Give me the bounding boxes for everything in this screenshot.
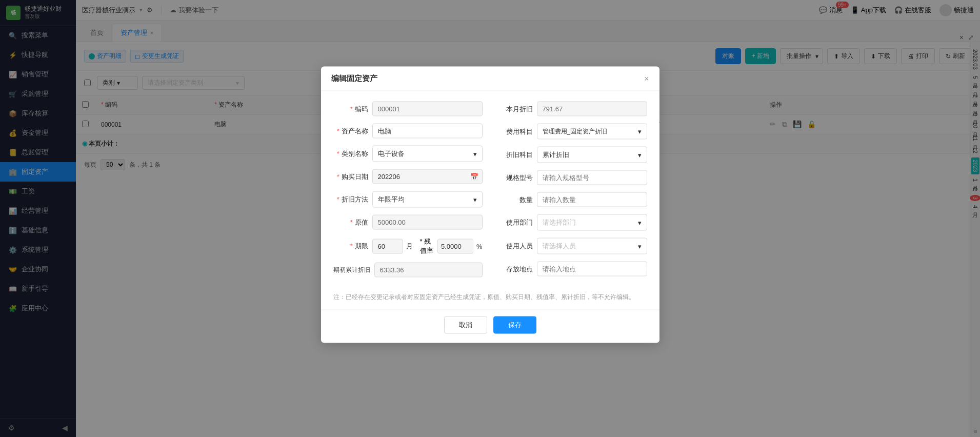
form-row-period: * 期限 月 * 残值率 % xyxy=(333,237,483,255)
chevron-down-icon: ▾ xyxy=(638,128,642,135)
asset-name-input[interactable] xyxy=(372,124,483,138)
chevron-down-icon: ▾ xyxy=(638,151,642,158)
form-row-category: * 类别名称 电子设备 ▾ xyxy=(333,146,483,162)
quantity-label: 数量 xyxy=(498,195,533,204)
form-row-person: 使用人员 请选择人员 ▾ xyxy=(498,238,647,254)
form-row-quantity: 数量 xyxy=(498,192,647,207)
category-label: * 类别名称 xyxy=(333,149,368,158)
expense-subject-label: 费用科目 xyxy=(498,127,533,136)
form-col-right: 本月折旧 费用科目 管理费用_固定资产折旧 ▾ 折旧科目 累计折旧 ▾ xyxy=(498,102,647,277)
form-row-code: * 编码 xyxy=(333,102,483,116)
form-row-dept: 使用部门 请选择部门 ▾ xyxy=(498,214,647,231)
original-value-label: * 原值 xyxy=(333,217,368,227)
cancel-button[interactable]: 取消 xyxy=(444,316,487,334)
chevron-down-icon: ▾ xyxy=(473,195,477,203)
dialog-form: * 编码 * 资产名称 * 类别名称 电子设备 ▾ * 购买日期 xyxy=(333,102,647,277)
form-row-spec: 规格型号 xyxy=(498,170,647,185)
residual-rate-input[interactable] xyxy=(437,239,473,253)
opening-dep-label: 期初累计折旧 xyxy=(333,266,370,274)
dep-method-label: * 折旧方法 xyxy=(333,195,368,204)
chevron-down-icon: ▾ xyxy=(638,218,642,226)
dep-subject-label: 折旧科目 xyxy=(498,150,533,160)
form-row-monthly-dep: 本月折旧 xyxy=(498,102,647,116)
form-row-original-value: * 原值 xyxy=(333,215,483,230)
period-input[interactable] xyxy=(372,239,403,253)
person-label: 使用人员 xyxy=(498,242,533,251)
form-row-asset-name: * 资产名称 xyxy=(333,124,483,138)
code-input[interactable] xyxy=(372,102,483,116)
form-col-left: * 编码 * 资产名称 * 类别名称 电子设备 ▾ * 购买日期 xyxy=(333,102,483,277)
person-select[interactable]: 请选择人员 ▾ xyxy=(537,238,647,254)
monthly-dep-input[interactable] xyxy=(537,102,647,116)
form-row-dep-method: * 折旧方法 年限平均 ▾ xyxy=(333,191,483,208)
dialog-close-btn[interactable]: × xyxy=(644,74,649,83)
form-row-expense-subject: 费用科目 管理费用_固定资产折旧 ▾ xyxy=(498,124,647,140)
chevron-down-icon: ▾ xyxy=(638,242,642,250)
residual-rate-req-label: * 残值率 xyxy=(420,237,434,255)
dialog-footer: 取消 保存 xyxy=(321,310,659,343)
expense-subject-select[interactable]: 管理费用_固定资产折旧 ▾ xyxy=(537,124,647,140)
form-row-dep-subject: 折旧科目 累计折旧 ▾ xyxy=(498,147,647,163)
purchase-date-label: * 购买日期 xyxy=(333,172,368,181)
spec-input[interactable] xyxy=(537,170,647,185)
period-group: 月 * 残值率 % xyxy=(372,237,483,255)
quantity-input[interactable] xyxy=(537,192,647,207)
form-row-location: 存放地点 xyxy=(498,262,647,276)
dept-label: 使用部门 xyxy=(498,218,533,227)
chevron-down-icon: ▾ xyxy=(473,150,477,157)
spec-label: 规格型号 xyxy=(498,173,533,182)
dept-select[interactable]: 请选择部门 ▾ xyxy=(537,214,647,231)
monthly-dep-label: 本月折旧 xyxy=(498,104,533,113)
dialog-title: 编辑固定资产 xyxy=(331,74,377,84)
period-unit-label: 月 xyxy=(406,242,413,251)
dep-subject-select[interactable]: 累计折旧 ▾ xyxy=(537,147,647,163)
location-label: 存放地点 xyxy=(498,264,533,273)
calendar-icon[interactable]: 📅 xyxy=(470,173,478,181)
form-row-purchase-date: * 购买日期 📅 xyxy=(333,169,483,184)
original-value-input[interactable] xyxy=(372,215,483,230)
opening-dep-input[interactable] xyxy=(374,263,483,277)
category-select[interactable]: 电子设备 ▾ xyxy=(372,146,483,162)
purchase-date-input[interactable] xyxy=(372,169,483,184)
dialog-note: 注：已经存在变更记录或者对应固定资产已经生成凭证，原值、购买日期、残值率、累计折… xyxy=(321,288,659,310)
code-label: * 编码 xyxy=(333,104,368,113)
form-row-opening-dep: 期初累计折旧 xyxy=(333,263,483,277)
pct-label: % xyxy=(476,242,483,250)
period-label: * 期限 xyxy=(333,242,368,251)
dep-method-select[interactable]: 年限平均 ▾ xyxy=(372,191,483,208)
purchase-date-field: 📅 xyxy=(372,169,483,184)
location-input[interactable] xyxy=(537,262,647,276)
edit-asset-dialog: 编辑固定资产 × * 编码 * 资产名称 * 类别名称 电子设备 ▾ xyxy=(321,67,659,343)
save-button[interactable]: 保存 xyxy=(493,316,536,334)
dialog-body: * 编码 * 资产名称 * 类别名称 电子设备 ▾ * 购买日期 xyxy=(321,91,659,288)
dialog-header: 编辑固定资产 × xyxy=(321,67,659,91)
asset-name-label: * 资产名称 xyxy=(333,126,368,135)
